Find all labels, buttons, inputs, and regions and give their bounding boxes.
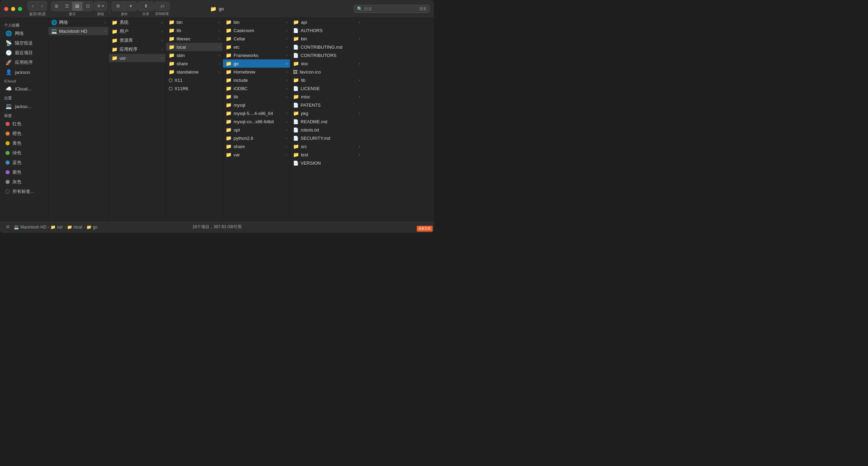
file-item-version[interactable]: 📄 VERSION	[290, 159, 363, 167]
view-label: 显示	[69, 12, 76, 17]
file-item-share2[interactable]: 📁 share ›	[223, 142, 290, 151]
add-tag-button[interactable]: 🏷	[154, 2, 170, 11]
sidebar-item-tag-red[interactable]: 红色	[1, 119, 47, 128]
file-item-etc[interactable]: 📁 etc ›	[223, 43, 290, 51]
view-icon-button[interactable]: ⊞	[51, 2, 62, 11]
folder-icon-local: 📁	[169, 44, 174, 50]
file-item-authors[interactable]: 📄 AUTHORS	[290, 26, 363, 35]
file-item-x11r6[interactable]: ⬡ X11R6	[166, 84, 223, 93]
file-item-include[interactable]: 📁 include ›	[223, 76, 290, 84]
breadcrumb-local[interactable]: 📁 local	[67, 225, 82, 230]
breadcrumb-usr[interactable]: 📁 usr	[50, 225, 63, 230]
sidebar-item-icloud[interactable]: ☁️ iCloud...	[1, 84, 47, 93]
chevron-system: ›	[162, 21, 163, 25]
window-close-bottom[interactable]: ✕	[4, 224, 11, 231]
minimize-button[interactable]	[11, 7, 15, 11]
sidebar-item-tag-yellow[interactable]: 黄色	[1, 139, 47, 148]
action-main-btn[interactable]: ⚙	[112, 2, 124, 11]
sidebar-item-jackson[interactable]: 👤 jackson	[1, 68, 47, 77]
breadcrumb-go[interactable]: 📁 go	[86, 225, 97, 230]
file-item-patents[interactable]: 📄 PATENTS	[290, 101, 363, 109]
file-item-opt[interactable]: 📁 opt ›	[223, 126, 290, 134]
file-item-doc[interactable]: 📁 doc ›	[290, 59, 363, 68]
file-item-var[interactable]: 📁 var ›	[223, 151, 290, 159]
sidebar-item-tag-blue[interactable]: 蓝色	[1, 158, 47, 167]
file-label-share: share	[177, 61, 188, 66]
file-item-bin3[interactable]: 📁 bin ›	[290, 35, 363, 43]
file-item-cellar[interactable]: 📁 Cellar ›	[223, 35, 290, 43]
file-item-system[interactable]: 📁 系统 ›	[109, 18, 166, 27]
chevron-bin2: ›	[286, 20, 287, 24]
back-button[interactable]: ‹	[28, 1, 37, 11]
search-label: 搜索	[419, 6, 427, 11]
share-btn[interactable]: ⬆	[138, 2, 153, 11]
file-item-contributors[interactable]: 📄 CONTRIBUTORS	[290, 51, 363, 59]
sidebar-item-apps[interactable]: 🚀 应用程序	[1, 58, 47, 67]
view-column-button[interactable]: ⊟	[72, 2, 83, 11]
view-list-button[interactable]: ☰	[62, 2, 72, 11]
breadcrumb-macintosh[interactable]: 💻 Macintosh HD	[14, 225, 46, 230]
tag-red-dot	[6, 122, 10, 126]
file-item-favicon[interactable]: 🖼 favicon.ico	[290, 68, 363, 76]
chevron-include: ›	[286, 78, 287, 82]
file-item-mysqlco[interactable]: 📁 mysql-co...x86-64bit ›	[223, 117, 290, 126]
file-item-security[interactable]: 📄 SECURITY.md	[290, 134, 363, 142]
file-item-local[interactable]: 📁 local ›	[166, 43, 223, 51]
file-label-iodbc: iODBC	[234, 86, 247, 91]
sidebar-item-tag-orange[interactable]: 橙色	[1, 129, 47, 138]
sidebar-item-recents[interactable]: 🕐 最近项目	[1, 48, 47, 57]
file-item-license[interactable]: 📄 LICENSE	[290, 84, 363, 93]
file-item-robots[interactable]: 📄 robots.txt	[290, 126, 363, 134]
file-item-apps2[interactable]: 📁 应用程序 ›	[109, 45, 166, 54]
sidebar-item-airdrop[interactable]: 📡 隔空投送	[1, 39, 47, 48]
file-item-bin[interactable]: 📁 bin ›	[166, 18, 223, 26]
file-item-users[interactable]: 📁 用户 ›	[109, 27, 166, 36]
file-item-mysql54[interactable]: 📁 mysql-5....4-x86_64 ›	[223, 109, 290, 117]
search-input[interactable]	[364, 7, 419, 11]
action-dropdown-btn[interactable]: ▾	[124, 2, 137, 11]
file-item-libexec[interactable]: 📁 libexec ›	[166, 35, 223, 43]
close-button[interactable]	[4, 7, 8, 11]
sidebar-item-tag-purple[interactable]: 紫色	[1, 168, 47, 177]
file-item-go[interactable]: 📁 go ›	[223, 59, 290, 68]
file-label-doc: doc	[301, 61, 308, 66]
forward-button[interactable]: ›	[37, 1, 47, 11]
file-item-api[interactable]: 📁 api ›	[290, 18, 363, 26]
file-item-python26[interactable]: 📁 python2.6 ›	[223, 134, 290, 142]
file-item-src[interactable]: 📁 src ›	[290, 142, 363, 151]
file-item-pkg[interactable]: 📁 pkg ›	[290, 109, 363, 117]
group-btn-main[interactable]: ⚙ ▾	[94, 2, 107, 11]
file-item-sbin[interactable]: 📁 sbin ›	[166, 51, 223, 59]
file-item-resources[interactable]: 📁 资源库 ›	[109, 36, 166, 45]
file-item-bin2[interactable]: 📁 bin ›	[223, 18, 290, 26]
file-item-caskroom[interactable]: 📁 Caskroom ›	[223, 26, 290, 35]
file-item-misc[interactable]: 📁 misc ›	[290, 93, 363, 101]
sidebar-item-tag-green[interactable]: 绿色	[1, 148, 47, 157]
file-item-macintosh-hd[interactable]: 💻 Macintosh HD ›	[48, 27, 108, 35]
file-item-usr[interactable]: 📁 usr ›	[109, 54, 166, 62]
sidebar-item-network[interactable]: 🌐 网络	[1, 29, 47, 38]
view-gallery-button[interactable]: ⊡	[83, 2, 93, 11]
file-item-standalone[interactable]: 📁 standalone ›	[166, 68, 223, 76]
sidebar: 个人收藏 🌐 网络 📡 隔空投送 🕐 最近项目 🚀 应用程序 👤 jackson	[0, 18, 48, 221]
file-item-frameworks[interactable]: 📁 Frameworks ›	[223, 51, 290, 59]
sidebar-label-all-tags: 所有标签...	[12, 188, 34, 195]
file-item-test[interactable]: 📁 test ›	[290, 151, 363, 159]
file-item-mysql[interactable]: 📁 mysql	[223, 101, 290, 109]
search-box[interactable]: 🔍 搜索	[354, 5, 430, 13]
file-item-contributing[interactable]: 📄 CONTRIBUTING.md	[290, 43, 363, 51]
maximize-button[interactable]	[18, 7, 22, 11]
sidebar-item-location[interactable]: 💻 jackso...	[1, 102, 47, 111]
file-item-iodbc[interactable]: 📁 iODBC ›	[223, 84, 290, 93]
file-item-x11[interactable]: ⬡ X11	[166, 76, 223, 84]
sidebar-item-tag-gray[interactable]: 灰色	[1, 177, 47, 186]
file-item-lib2[interactable]: 📁 lib ›	[223, 93, 290, 101]
file-item-readme[interactable]: 📄 README.md	[290, 117, 363, 126]
file-item-homebrew[interactable]: 📁 Homebrew ›	[223, 68, 290, 76]
file-item-network[interactable]: 🌐 网络 ›	[48, 18, 108, 27]
sidebar-item-tag-all[interactable]: 所有标签...	[1, 187, 47, 196]
file-item-lib3[interactable]: 📁 lib ›	[290, 76, 363, 84]
file-item-share[interactable]: 📁 share ›	[166, 59, 223, 68]
folder-icon-misc: 📁	[293, 94, 299, 99]
file-item-lib[interactable]: 📁 lib ›	[166, 26, 223, 35]
